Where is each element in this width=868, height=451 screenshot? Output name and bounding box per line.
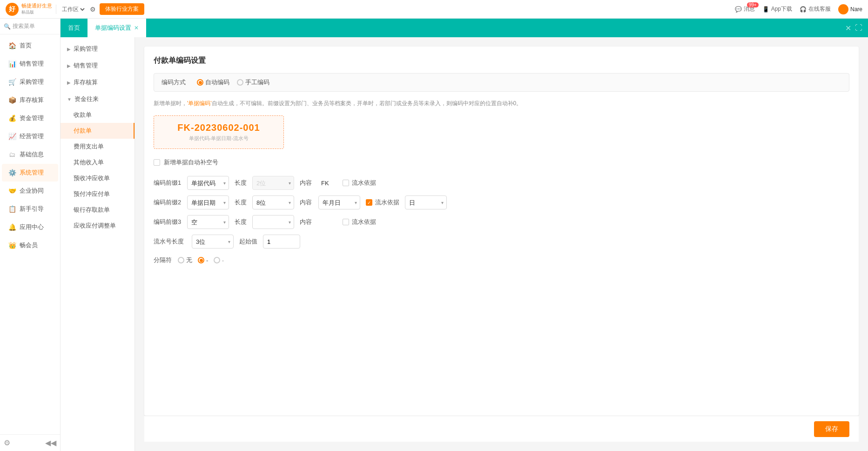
sidebar-item-app-center[interactable]: 🔔 应用中心 [2, 218, 58, 236]
prefix2-select-wrap: 单据日期 ▾ [187, 195, 229, 209]
prefix2-serial-label: 流水依据 [375, 198, 399, 207]
workspace-select[interactable]: 工作区 [60, 6, 86, 13]
prefix1-serial-checkbox[interactable] [343, 180, 349, 186]
sidebar-item-purchase[interactable]: 🛒 采购管理 [2, 73, 58, 91]
prefix2-length-select[interactable]: 8位 [252, 195, 294, 209]
start-value-label: 起始值 [239, 237, 257, 246]
prefix2-select[interactable]: 单据日期 [187, 195, 229, 209]
tab-maximize-icon[interactable]: ⛶ [855, 24, 862, 32]
sec-nav-other-income[interactable]: 其他收入单 [61, 155, 135, 170]
top-bar-left: 好 畅捷通好生意 标品版 工作区 ⚙ 体验行业方案 [6, 3, 731, 16]
sec-nav-sales[interactable]: ▶ 销售管理 [61, 58, 135, 74]
encode-method-label: 编码方式 [161, 78, 186, 87]
prefix3-serial-checkbox[interactable] [343, 219, 349, 225]
preview-code: FK-20230602-001 [165, 122, 272, 133]
arrow-right-icon: ▶ [67, 47, 71, 52]
manual-encode-label: 手工编码 [245, 78, 269, 87]
sec-nav-receipt[interactable]: 收款单 [61, 107, 135, 123]
sec-nav-bank-deposit[interactable]: 银行存取款单 [61, 202, 135, 218]
tab-encoding[interactable]: 单据编码设置 ✕ [87, 19, 146, 37]
sales-icon: 📊 [8, 60, 16, 67]
system-icon: ⚙️ [8, 169, 16, 176]
settings-icon[interactable]: ⚙ [4, 438, 10, 447]
search-icon: 🔍 [4, 23, 11, 30]
experience-btn[interactable]: 体验行业方案 [100, 3, 144, 15]
sec-nav-expense[interactable]: 费用支出单 [61, 139, 135, 155]
sidebar-item-finance[interactable]: 💰 资金管理 [2, 109, 58, 127]
gear-icon[interactable]: ⚙ [90, 6, 96, 13]
separator-label: 分隔符 [154, 256, 172, 264]
inventory-icon: 📦 [8, 96, 16, 104]
basic-icon: 🗂 [8, 151, 16, 158]
sep-none-radio[interactable]: 无 [178, 256, 192, 264]
start-value-input[interactable] [263, 235, 300, 249]
finance-icon: 💰 [8, 114, 16, 122]
sep-dot2-label: · [222, 257, 224, 264]
sec-nav-purchase-label: 采购管理 [74, 45, 98, 53]
arrow-right-icon: ▶ [67, 63, 71, 68]
prefix2-length-label: 长度 [235, 198, 247, 207]
sidebar-footer: ⚙ ◀◀ [0, 434, 60, 451]
auto-encode-radio[interactable]: 自动编码 [197, 78, 229, 87]
save-button[interactable]: 保存 [814, 421, 849, 437]
sidebar-item-member[interactable]: 👑 畅会员 [2, 236, 58, 254]
prefix2-day-select[interactable]: 日 月 年 [405, 195, 447, 209]
prefix3-select[interactable]: 空 [187, 215, 229, 229]
prefix2-content-label: 内容 [300, 198, 313, 207]
prefix3-length-select[interactable] [252, 215, 294, 229]
online-service[interactable]: 🎧 在线客服 [800, 5, 831, 13]
sec-nav-payment[interactable]: 付款单 [61, 123, 135, 139]
sep-none-label: 无 [186, 256, 192, 264]
sidebar-search[interactable]: 🔍 搜索菜单 [0, 19, 60, 34]
sec-nav-fund-label: 资金往来 [74, 95, 99, 103]
preview-box: FK-20230602-001 单据代码-单据日期-流水号 [154, 115, 284, 149]
sidebar-item-home[interactable]: 🏠 首页 [2, 37, 58, 54]
sec-nav-inventory[interactable]: ▶ 库存核算 [61, 74, 135, 90]
tab-minimize-icon[interactable]: ✕ [845, 24, 851, 33]
page-title: 付款单编码设置 [154, 56, 849, 66]
sidebar-item-operation[interactable]: 📈 经营管理 [2, 128, 58, 145]
brand-text-area: 畅捷通好生意 标品版 [21, 3, 52, 15]
sec-nav-sales-label: 销售管理 [74, 61, 98, 70]
sec-nav-arap-adjust[interactable]: 应收应付调整单 [61, 218, 135, 234]
user-area[interactable]: Nare [838, 4, 862, 14]
serial-length-select-wrap: 3位 2位 4位 ▾ [192, 235, 234, 249]
prefix1-content-label: 内容 [300, 179, 313, 187]
message-area[interactable]: 💬 消息 99+ [735, 5, 755, 13]
sec-nav-prepay-pay[interactable]: 预付冲应付单 [61, 186, 135, 202]
sec-nav-prepay-receive[interactable]: 预收冲应收单 [61, 170, 135, 186]
sep-dot-radio[interactable]: - [198, 257, 208, 264]
page-content: 付款单编码设置 编码方式 自动编码 手工编码 [135, 37, 868, 451]
sep-dot2-radio[interactable]: · [214, 257, 224, 264]
prefix2-serial-checkbox[interactable]: ✓ [366, 199, 372, 206]
auto-fill-label: 新增单据自动补空号 [164, 158, 218, 167]
sidebar-item-inventory[interactable]: 📦 库存核算 [2, 91, 58, 109]
tab-home[interactable]: 首页 [61, 19, 87, 37]
sec-nav-purchase[interactable]: ▶ 采购管理 [61, 41, 135, 57]
auto-fill-checkbox[interactable] [154, 159, 160, 166]
sidebar-item-guide[interactable]: 📋 新手引导 [2, 200, 58, 218]
arrow-down-icon: ▼ [67, 97, 72, 102]
app-download[interactable]: 📱 App下载 [762, 5, 792, 13]
sidebar-item-system[interactable]: ⚙️ 系统管理 [2, 164, 58, 182]
sidebar-item-partner[interactable]: 🤝 企业协同 [2, 182, 58, 200]
sidebar-item-sales[interactable]: 📊 销售管理 [2, 55, 58, 73]
prefix2-content-select[interactable]: 年月日 [318, 195, 360, 209]
sec-nav-fund[interactable]: ▼ 资金往来 [61, 91, 135, 107]
manual-encode-radio[interactable]: 手工编码 [237, 78, 269, 87]
search-label: 搜索菜单 [13, 22, 35, 30]
serial-length-label: 流水号长度 [154, 237, 186, 246]
prefix1-length-select[interactable]: 2位 [252, 176, 294, 190]
serial-length-select[interactable]: 3位 2位 4位 [192, 235, 234, 249]
prefix2-content-select-wrap: 年月日 ▾ [318, 195, 360, 209]
manual-encode-radio-dot [237, 79, 243, 86]
prefix1-select[interactable]: 单据代码 [187, 176, 229, 190]
app-label: App下载 [771, 5, 792, 13]
collapse-icon[interactable]: ◀◀ [45, 438, 56, 447]
tab-close-icon[interactable]: ✕ [134, 25, 139, 31]
prefix1-label: 编码前缀1 [154, 179, 182, 187]
sidebar-item-label: 资金管理 [20, 114, 44, 122]
sidebar-item-basic[interactable]: 🗂 基础信息 [2, 146, 58, 163]
prefix2-day-select-wrap: 日 月 年 ▾ [405, 195, 447, 209]
sidebar-item-label: 库存核算 [20, 96, 44, 104]
